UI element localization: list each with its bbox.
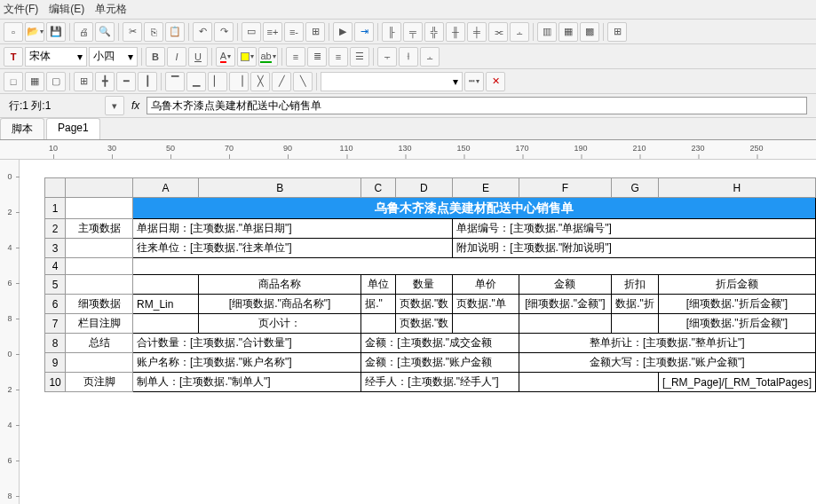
undo-button[interactable]: ↶ <box>193 22 212 42</box>
align-right-button[interactable]: ≡ <box>329 47 348 67</box>
cols1-button[interactable]: ▥ <box>537 22 557 42</box>
paste-button[interactable]: 📋 <box>165 22 185 42</box>
border-diag1-button[interactable]: ╱ <box>272 72 291 91</box>
hdr-afterdiscount[interactable]: 折后金额 <box>658 275 815 295</box>
col-E[interactable]: E <box>453 178 519 198</box>
border-outer-button[interactable]: ▢ <box>46 72 66 91</box>
row-6[interactable]: 6 细项数据 RM_Lin [细项数据."商品名称"] 据." 页数据."数 页… <box>45 295 816 314</box>
border-all-button[interactable]: ▦ <box>25 72 44 91</box>
cols3-button[interactable]: ▩ <box>580 22 599 42</box>
style-select[interactable]: ▾ <box>321 72 463 91</box>
export-button[interactable]: ⇥ <box>354 22 374 42</box>
grid2-button[interactable]: ⊞ <box>607 22 627 42</box>
tab-page1[interactable]: Page1 <box>46 118 100 139</box>
merge-h-button[interactable]: ⫘ <box>488 22 508 42</box>
row-3[interactable]: 3 往来单位：[主项数据."往来单位"] 附加说明：[主项数据."附加说明"] <box>45 239 816 258</box>
cell-r7b[interactable]: 页小计： <box>199 314 361 334</box>
canvas[interactable]: A B C D E F G H 1 乌鲁木齐漆点美建材配送中心销售单 2 主项数… <box>20 160 816 504</box>
col-H[interactable]: H <box>658 178 815 198</box>
highlight-button[interactable]: ab▾ <box>258 47 278 67</box>
row-1[interactable]: 1 乌鲁木齐漆点美建材配送中心销售单 <box>45 198 816 219</box>
underline-button[interactable]: U <box>188 47 208 67</box>
cell-r2-2[interactable]: 单据编号：[主项数据."单据编号"] <box>453 219 816 239</box>
cell-r6f[interactable]: [细项数据."金额"] <box>519 295 612 314</box>
cell-title[interactable]: 乌鲁木齐漆点美建材配送中心销售单 <box>133 198 816 219</box>
cell-r7d[interactable]: 页数据."数 <box>395 314 453 334</box>
menu-edit[interactable]: 编辑(E) <box>49 2 84 17</box>
hdr-unit[interactable]: 单位 <box>361 275 395 295</box>
valign-mid-button[interactable]: ⫲ <box>399 47 418 67</box>
print-button[interactable]: 🖨 <box>74 22 93 42</box>
open-button[interactable]: 📂▾ <box>25 22 44 42</box>
valign-bot-button[interactable]: ⫠ <box>420 47 440 67</box>
page-break-button[interactable]: ⫠ <box>510 22 529 42</box>
font-size-select[interactable]: 小四▾ <box>89 47 138 67</box>
menu-file[interactable]: 文件(F) <box>4 2 38 17</box>
insert-row-button[interactable]: ≡+ <box>263 22 282 42</box>
table-insert-button[interactable]: ⊞ <box>74 72 93 91</box>
col-F[interactable]: F <box>519 178 612 198</box>
border-top-button[interactable]: ▔ <box>165 72 185 91</box>
redo-button[interactable]: ↷ <box>214 22 234 42</box>
text-icon[interactable]: T <box>4 47 23 67</box>
row-10[interactable]: 10 页注脚 制单人：[主项数据."制单人"] 经手人：[主项数据."经手人"]… <box>45 373 816 392</box>
cell-r9-3[interactable]: 金额大写：[主项数据."账户金额"] <box>519 353 815 373</box>
cell-r8-2[interactable]: 金额：[主项数据."成交金额 <box>361 334 519 353</box>
new-button[interactable]: ▫ <box>4 22 23 42</box>
cell-r6a[interactable]: RM_Lin <box>133 295 199 314</box>
row-4[interactable]: 4 <box>45 258 816 275</box>
data-button[interactable]: ⊞ <box>305 22 325 42</box>
pattern-button[interactable]: ┅▾ <box>464 72 484 91</box>
container-button[interactable]: ▭ <box>242 22 261 42</box>
cut-button[interactable]: ✂ <box>123 22 142 42</box>
formula-input[interactable]: 乌鲁木齐漆点美建材配送中心销售单 <box>147 97 807 114</box>
col-A[interactable]: A <box>133 178 199 198</box>
save-button[interactable]: 💾 <box>46 22 66 42</box>
cell-r10-2[interactable]: 经手人：[主项数据."经手人"] <box>361 373 519 392</box>
cell-r6b[interactable]: [细项数据."商品名称"] <box>199 295 361 314</box>
cell-r8-1[interactable]: 合计数量：[主项数据."合计数量"] <box>133 334 361 353</box>
cell-r10-1[interactable]: 制单人：[主项数据."制单人"] <box>133 373 361 392</box>
cols2-button[interactable]: ▦ <box>559 22 578 42</box>
tab-script[interactable]: 脚本 <box>0 118 44 139</box>
cell-r8-3[interactable]: 整单折让：[主项数据."整单折让"] <box>519 334 815 353</box>
align-left-button[interactable]: ≡ <box>286 47 305 67</box>
border-h-button[interactable]: ━ <box>116 72 136 91</box>
italic-button[interactable]: I <box>167 47 186 67</box>
cell-r10-3[interactable]: [_RM_Page]/[_RM_TotalPages] <box>658 373 815 392</box>
border-left-button[interactable]: ▏ <box>208 72 227 91</box>
col-C[interactable]: C <box>361 178 395 198</box>
cell-r7h[interactable]: [细项数据."折后金额"] <box>658 314 815 334</box>
grid-button[interactable]: ╬ <box>424 22 444 42</box>
toggle-button[interactable]: ▾ <box>105 96 124 115</box>
hdr-price[interactable]: 单价 <box>453 275 519 295</box>
align-justify-button[interactable]: ☰ <box>350 47 369 67</box>
row-2[interactable]: 2 主项数据 单据日期：[主项数据."单据日期"] 单据编号：[主项数据."单据… <box>45 219 816 239</box>
close-panel-button[interactable]: ✕ <box>486 72 505 91</box>
bold-button[interactable]: B <box>146 47 165 67</box>
border-right-button[interactable]: ▕ <box>229 72 249 91</box>
col-D[interactable]: D <box>395 178 453 198</box>
border-bottom-button[interactable]: ▁ <box>186 72 206 91</box>
row-9[interactable]: 9 账户名称：[主项数据."账户名称"] 金额：[主项数据."账户金额 金额大写… <box>45 353 816 373</box>
delete-row-button[interactable]: ≡- <box>284 22 304 42</box>
fill-color-button[interactable]: ▾ <box>237 47 257 67</box>
hdr-discount[interactable]: 折扣 <box>612 275 659 295</box>
col-G[interactable]: G <box>612 178 659 198</box>
cell-r6d[interactable]: 页数据."数 <box>395 295 453 314</box>
group-h-button[interactable]: ╟ <box>382 22 401 42</box>
cell-r6c[interactable]: 据." <box>361 295 395 314</box>
border-v-button[interactable]: ┃ <box>138 72 157 91</box>
cell-r9-2[interactable]: 金额：[主项数据."账户金额 <box>361 353 519 373</box>
cell-r6e[interactable]: 页数据."单 <box>453 295 519 314</box>
ungroup-button[interactable]: ╫ <box>446 22 465 42</box>
cell-r9-1[interactable]: 账户名称：[主项数据."账户名称"] <box>133 353 361 373</box>
preview-button[interactable]: 🔍 <box>95 22 115 42</box>
font-family-select[interactable]: 宋体▾ <box>25 47 87 67</box>
row-5[interactable]: 5 商品名称 单位 数量 单价 金额 折扣 折后金额 <box>45 275 816 295</box>
align-center-button[interactable]: ≣ <box>307 47 327 67</box>
copy-button[interactable]: ⎘ <box>144 22 163 42</box>
row-7[interactable]: 7 栏目注脚 页小计： 页数据."数 [细项数据."折后金额"] <box>45 314 816 334</box>
row-8[interactable]: 8 总结 合计数量：[主项数据."合计数量"] 金额：[主项数据."成交金额 整… <box>45 334 816 353</box>
valign-top-button[interactable]: ⫟ <box>377 47 397 67</box>
